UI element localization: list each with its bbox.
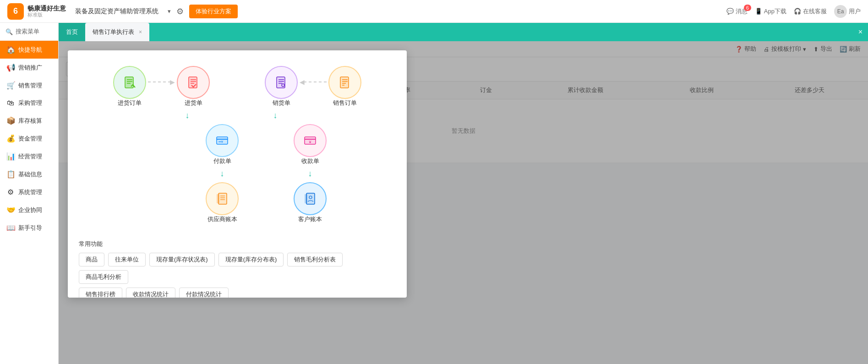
sales-order-label: 销售订单 — [333, 99, 357, 107]
svg-rect-16 — [340, 77, 349, 88]
tabs-close-all[interactable]: × — [858, 28, 863, 36]
func-btn-4[interactable]: 销售毛利分析表 — [287, 253, 343, 266]
func-btn-3[interactable]: 现存量(库存分布表) — [218, 253, 284, 266]
flow-node-purchase-bill[interactable]: 进货单 — [177, 66, 210, 107]
finance-icon: 💰 — [6, 134, 15, 143]
sidebar-item-label-operations: 经营管理 — [18, 152, 42, 161]
system-icon: ⚙ — [6, 188, 15, 196]
sidebar-item-label-enterprise: 企业协同 — [18, 206, 42, 214]
sidebar-item-operations[interactable]: 📊 经营管理 — [0, 147, 58, 165]
sidebar: 🔍 搜索菜单 🏠 快捷导航 📢 营销推广 🛒 销售管理 🛍 — [0, 23, 59, 364]
sidebar-item-system[interactable]: ⚙ 系统管理 — [0, 183, 58, 201]
headset-icon: 🎧 — [794, 8, 801, 15]
svg-rect-0 — [125, 77, 133, 88]
flow-node-payment[interactable]: ¥ 付款单 — [206, 124, 239, 165]
tab-close-icon[interactable]: × — [139, 29, 142, 35]
logo-icon: 6 — [7, 3, 24, 20]
supplier-ledger-label: 供应商账本 — [207, 215, 237, 223]
svg-rect-33 — [217, 194, 219, 203]
sidebar-item-label-inventory: 库存核算 — [18, 117, 42, 125]
system-title: 装备及固定资产辅助管理系统 — [75, 7, 158, 16]
app-download-item[interactable]: 📱 App下载 — [755, 7, 786, 16]
func-btn-6[interactable]: 销售排行榜 — [79, 288, 122, 298]
topbar-center: 装备及固定资产辅助管理系统 ▾ ⚙ 体验行业方案 — [75, 5, 726, 18]
sidebar-item-inventory[interactable]: 📦 库存核算 — [0, 112, 58, 130]
flow-node-sales-bill[interactable]: 销货单 — [265, 66, 298, 107]
func-btn-2[interactable]: 现存量(库存状况表) — [149, 253, 215, 266]
tab-home-label: 首页 — [66, 28, 78, 36]
modal-overlay: 进货订单 ▶ — [59, 41, 868, 364]
purchase-bill-label: 进货单 — [185, 99, 202, 107]
message-badge: 6 — [744, 5, 751, 11]
svg-rect-31 — [218, 193, 227, 204]
customer-ledger-label: 客户账本 — [298, 215, 322, 223]
basic-icon: 📋 — [6, 170, 15, 179]
message-icon: 💬 — [726, 8, 734, 15]
sidebar-item-enterprise[interactable]: 🤝 企业协同 — [0, 201, 58, 219]
system-dropdown[interactable]: ▾ — [168, 8, 171, 15]
tab-home[interactable]: 首页 — [59, 23, 85, 41]
func-btn-1[interactable]: 往来单位 — [108, 253, 146, 266]
function-buttons-row2: 销售排行榜收款情况统计付款情况统计 — [79, 288, 396, 298]
flow-node-customer-ledger[interactable]: 客户账本 — [294, 182, 327, 223]
operations-icon: 📊 — [6, 152, 15, 161]
sidebar-item-label-basic: 基础信息 — [18, 170, 42, 179]
sidebar-item-quick-nav[interactable]: 🏠 快捷导航 — [0, 41, 58, 59]
func-btn-0[interactable]: 商品 — [79, 253, 104, 266]
newbie-icon: 📖 — [6, 223, 15, 232]
sidebar-item-purchase[interactable]: 🛍 采购管理 — [0, 94, 58, 112]
modal-box: 进货订单 ▶ — [68, 50, 407, 298]
purchase-order-label: 进货订单 — [118, 99, 142, 107]
page-content: ❓ 帮助 🖨 按模板打印 ▾ ⬆ 导出 🔄 刷新 — [59, 41, 868, 364]
receipt-label: 收款单 — [301, 157, 319, 165]
payment-icon: ¥ — [206, 124, 239, 157]
user-avatar: Ea — [834, 5, 847, 18]
flow-node-receipt[interactable]: ¥ 收款单 — [294, 124, 327, 165]
enterprise-icon: 🤝 — [6, 206, 15, 214]
experience-button[interactable]: 体验行业方案 — [189, 5, 238, 18]
sidebar-item-newbie[interactable]: 📖 新手引导 — [0, 219, 58, 237]
sales-order-icon — [328, 66, 361, 99]
search-menu[interactable]: 🔍 搜索菜单 — [0, 23, 58, 41]
svg-text:¥: ¥ — [308, 140, 311, 144]
purchase-order-icon — [113, 66, 146, 99]
settings-icon[interactable]: ⚙ — [176, 6, 184, 16]
online-service-label: 在线客服 — [803, 7, 827, 16]
sidebar-item-basic[interactable]: 📋 基础信息 — [0, 165, 58, 183]
sales-icon: 🛒 — [6, 81, 15, 90]
tabs-right: × — [858, 28, 868, 36]
brand-sub: 标准版 — [27, 12, 66, 18]
svg-rect-39 — [305, 194, 307, 203]
logo-text: 畅康通好生意 标准版 — [27, 5, 66, 18]
func-btn-7[interactable]: 收款情况统计 — [126, 288, 175, 298]
sidebar-item-label-system: 系统管理 — [18, 188, 42, 196]
tab-sales-order-label: 销售订单执行表 — [93, 28, 134, 36]
search-icon: 🔍 — [5, 28, 13, 35]
message-item[interactable]: 💬 消息 6 — [726, 7, 748, 16]
tab-sales-order[interactable]: 销售订单执行表 × — [85, 23, 149, 41]
func-btn-8[interactable]: 付款情况统计 — [179, 288, 229, 298]
func-btn-5[interactable]: 商品毛利分析 — [79, 270, 128, 284]
tabs-bar: 首页 销售订单执行表 × × — [59, 23, 868, 41]
marketing-icon: 📢 — [6, 63, 15, 72]
inventory-icon: 📦 — [6, 116, 15, 125]
user-item[interactable]: Ea 用户 — [834, 5, 861, 18]
sidebar-item-label-purchase: 采购管理 — [18, 99, 42, 107]
svg-text:¥: ¥ — [221, 140, 224, 144]
sidebar-item-finance[interactable]: 💰 资金管理 — [0, 130, 58, 147]
app-icon: 📱 — [755, 8, 762, 15]
online-service-item[interactable]: 🎧 在线客服 — [794, 7, 827, 16]
sidebar-item-marketing[interactable]: 📢 营销推广 — [0, 59, 58, 76]
flow-node-supplier-ledger[interactable]: 供应商账本 — [206, 182, 239, 223]
supplier-ledger-icon — [206, 182, 239, 215]
sidebar-menu: 🏠 快捷导航 📢 营销推广 🛒 销售管理 🛍 采购管理 📦 库存核 — [0, 41, 58, 364]
sidebar-item-label-marketing: 营销推广 — [18, 64, 42, 72]
sidebar-item-sales[interactable]: 🛒 销售管理 — [0, 76, 58, 94]
flow-node-sales-order[interactable]: 销售订单 — [328, 66, 361, 107]
sidebar-item-label-sales: 销售管理 — [18, 81, 42, 90]
sidebar-item-label-finance: 资金管理 — [18, 135, 42, 143]
purchase-icon: 🛍 — [6, 99, 15, 107]
flow-node-purchase-order[interactable]: 进货订单 — [113, 66, 146, 107]
quick-nav-icon: 🏠 — [6, 45, 15, 54]
customer-ledger-icon — [294, 182, 327, 215]
